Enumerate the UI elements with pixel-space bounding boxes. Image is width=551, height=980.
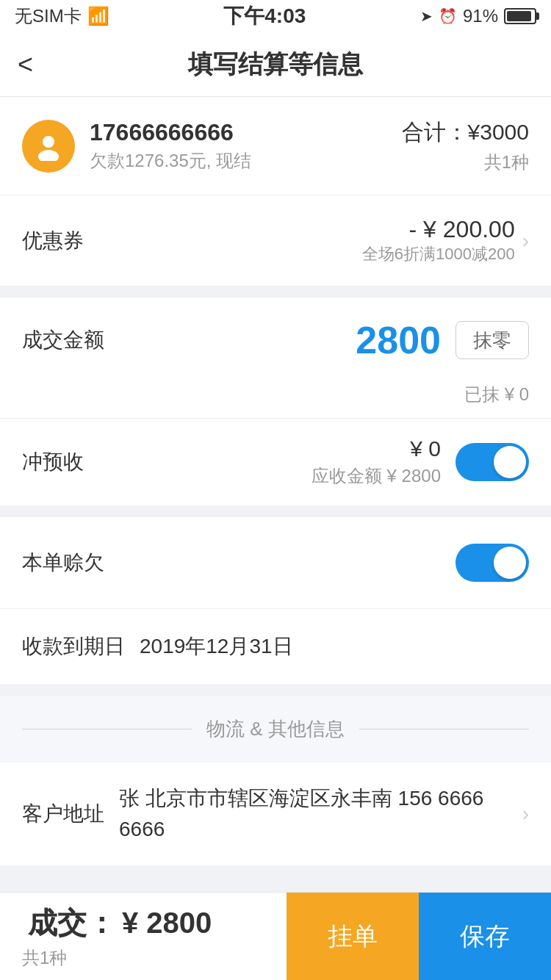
nav-bar: < 填写结算等信息: [0, 32, 551, 97]
bottom-count: 共1种: [22, 946, 264, 970]
coupon-amount: - ¥ 200.00: [362, 216, 515, 243]
amount-value: 2800: [356, 318, 441, 362]
due-label: 收款到期日: [22, 633, 125, 660]
customer-sub: 欠款1276.35元, 现结: [90, 149, 251, 173]
arrears-row: 本单赊欠: [0, 517, 551, 608]
prepay-label: 冲预收: [22, 448, 84, 476]
alarm-icon: ⏰: [439, 7, 457, 25]
prepay-info: ¥ 0 应收金额 ¥ 2800: [311, 436, 441, 488]
status-bar-right: ➤ ⏰ 91%: [420, 6, 536, 26]
logistics-divider: 物流 & 其他信息: [0, 696, 551, 763]
amount-right: 2800 抹零: [356, 318, 529, 362]
coupon-right: - ¥ 200.00 全场6折满1000减200 ›: [362, 216, 529, 265]
bottom-bar: 成交：¥ 2800 共1种 挂单 保存: [0, 892, 551, 980]
coupon-chevron-icon: ›: [522, 229, 529, 253]
svg-point-0: [43, 136, 54, 148]
amount-sub: 已抹 ¥ 0: [0, 383, 551, 418]
bottom-deal-text: 成交：¥ 2800: [22, 903, 264, 943]
nav-title: 填写结算等信息: [188, 48, 363, 82]
customer-row: 17666666666 欠款1276.35元, 现结 合计：¥3000 共1种: [0, 97, 551, 195]
status-bar: 无SIM卡 📶 下午4:03 ➤ ⏰ 91%: [0, 0, 551, 32]
bottom-summary: 成交：¥ 2800 共1种: [0, 903, 287, 970]
arrears-label: 本单赊欠: [22, 549, 104, 577]
address-chevron-icon: ›: [522, 802, 529, 826]
avatar: [22, 120, 75, 173]
svg-point-1: [38, 150, 59, 161]
battery-fill: [507, 11, 531, 21]
coupon-info: - ¥ 200.00 全场6折满1000减200: [362, 216, 515, 265]
arrears-toggle-knob: [494, 547, 526, 579]
customer-info: 17666666666 欠款1276.35元, 现结: [90, 119, 251, 173]
address-value: 张 北京市市辖区海淀区永丰南 156 6666 6666: [119, 783, 522, 845]
back-button[interactable]: <: [18, 49, 33, 80]
bottom-actions: 挂单 保存: [287, 893, 551, 980]
amount-label: 成交金额: [22, 326, 104, 354]
prepay-row: 冲预收 ¥ 0 应收金额 ¥ 2800: [0, 418, 551, 505]
customer-left: 17666666666 欠款1276.35元, 现结: [22, 119, 251, 173]
amount-card: 成交金额 2800 抹零 已抹 ¥ 0 冲预收 ¥ 0 应收金额 ¥ 2800: [0, 298, 551, 505]
customer-card: 17666666666 欠款1276.35元, 现结 合计：¥3000 共1种 …: [0, 97, 551, 286]
divider-line-right: [359, 729, 529, 729]
bottom-deal-label: 成交：: [28, 907, 116, 939]
save-button[interactable]: 保存: [419, 893, 551, 980]
due-row: 收款到期日 2019年12月31日: [0, 608, 551, 684]
address-label: 客户地址: [22, 800, 104, 828]
amount-row: 成交金额 2800 抹零: [0, 298, 551, 383]
prepay-right: ¥ 0 应收金额 ¥ 2800: [311, 436, 529, 488]
arrears-card: 本单赊欠 收款到期日 2019年12月31日: [0, 517, 551, 684]
total-sub: 共1种: [402, 151, 529, 174]
hang-button[interactable]: 挂单: [287, 893, 419, 980]
bottom-deal-amount: ¥ 2800: [122, 907, 212, 939]
battery-percent: 91%: [463, 6, 498, 26]
customer-phone: 17666666666: [90, 119, 251, 146]
status-bar-left: 无SIM卡 📶: [15, 4, 109, 28]
logistics-label: 物流 & 其他信息: [192, 716, 359, 742]
prepay-sub: 应收金额 ¥ 2800: [311, 464, 441, 488]
total-amount: 合计：¥3000: [402, 118, 529, 148]
wifi-icon: 📶: [87, 6, 109, 26]
carrier-label: 无SIM卡: [15, 4, 82, 28]
prepay-toggle-knob: [494, 446, 526, 478]
coupon-row[interactable]: 优惠券 - ¥ 200.00 全场6折满1000减200 ›: [0, 195, 551, 286]
content: 17666666666 欠款1276.35元, 现结 合计：¥3000 共1种 …: [0, 97, 551, 980]
location-icon: ➤: [420, 7, 433, 25]
arrears-toggle[interactable]: [455, 544, 529, 582]
coupon-label: 优惠券: [22, 227, 84, 255]
customer-right: 合计：¥3000 共1种: [402, 118, 529, 174]
prepay-amount: ¥ 0: [311, 436, 441, 461]
prepay-toggle[interactable]: [455, 443, 529, 481]
round-off-button[interactable]: 抹零: [455, 321, 529, 359]
address-row[interactable]: 客户地址 张 北京市市辖区海淀区永丰南 156 6666 6666 ›: [0, 763, 551, 865]
divider-line-left: [22, 729, 192, 729]
status-bar-time: 下午4:03: [223, 2, 306, 30]
logistics-card: 物流 & 其他信息 客户地址 张 北京市市辖区海淀区永丰南 156 6666 6…: [0, 696, 551, 865]
coupon-desc: 全场6折满1000减200: [362, 243, 515, 265]
battery-icon: [504, 8, 536, 24]
due-value: 2019年12月31日: [140, 633, 293, 660]
